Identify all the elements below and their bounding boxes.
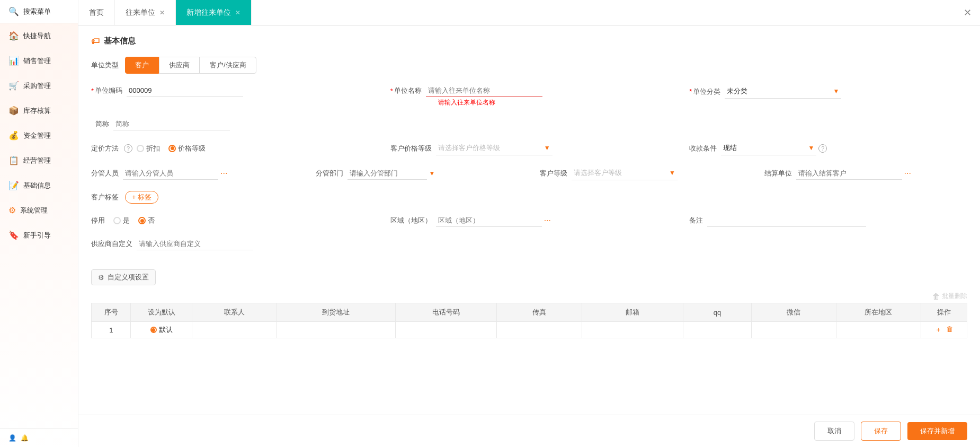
- sidebar-search[interactable]: 🔍 搜索菜单: [0, 0, 78, 23]
- manager-label: 分管人员: [91, 169, 119, 178]
- unit-type-group: 客户 供应商 客户/供应商: [125, 57, 256, 74]
- sidebar-item-quick-nav[interactable]: 🏠 快捷导航: [0, 23, 78, 48]
- disabled-no-radio[interactable]: [138, 217, 146, 224]
- cell-wechat[interactable]: [751, 322, 836, 338]
- settlement-unit-input[interactable]: [796, 167, 902, 180]
- tab-home[interactable]: 首页: [78, 0, 115, 25]
- finance-icon: 💰: [8, 130, 19, 141]
- form-area: 🏷 基本信息 单位类型 客户 供应商 客户/供应商 * 单位编码: [78, 25, 980, 415]
- unit-type-customer-btn[interactable]: 客户: [125, 57, 159, 74]
- batch-delete-area: 🗑 批量删除: [91, 292, 967, 301]
- payment-terms-label: 收款条件: [689, 144, 717, 153]
- pricing-discount-radio[interactable]: [137, 145, 144, 152]
- region-label: 区域（地区）: [390, 216, 432, 225]
- tab-new-partner[interactable]: 新增往来单位 ✕: [176, 0, 252, 25]
- cancel-button[interactable]: 取消: [814, 422, 854, 441]
- cell-contact[interactable]: [192, 322, 277, 338]
- sidebar-item-guide[interactable]: 🔖 新手引导: [0, 223, 78, 248]
- unit-name-input[interactable]: [426, 84, 542, 97]
- pricing-discount-label: 折扣: [146, 144, 160, 153]
- pricing-discount-option[interactable]: 折扣: [137, 144, 160, 153]
- settlement-unit-more-icon[interactable]: ···: [904, 169, 911, 178]
- col-fax: 传真: [497, 303, 582, 322]
- disabled-yes-radio[interactable]: [113, 217, 121, 224]
- tab-home-label: 首页: [89, 8, 104, 17]
- unit-category-required: *: [689, 87, 692, 95]
- cell-row-region[interactable]: [836, 322, 921, 338]
- pricing-method-label: 定价方法: [91, 144, 119, 153]
- operation-icon: 📋: [8, 155, 19, 165]
- sidebar-item-basic[interactable]: 📝 基础信息: [0, 173, 78, 198]
- cell-row-actions: ＋ 🗑: [921, 322, 967, 338]
- row-delete-icon[interactable]: 🗑: [946, 325, 953, 335]
- cell-qq[interactable]: [683, 322, 751, 338]
- close-all-tabs-button[interactable]: ✕: [955, 7, 980, 19]
- sidebar-item-system[interactable]: ⚙ 系统管理: [0, 198, 78, 223]
- unit-category-field: * 单位分类 未分类 ▼: [689, 84, 967, 99]
- unit-type-field: 单位类型 客户 供应商 客户/供应商: [91, 57, 256, 74]
- region-input[interactable]: [436, 214, 542, 227]
- short-name-label: 简称: [95, 119, 109, 129]
- section-title-label: 基本信息: [104, 36, 136, 46]
- disabled-yes-label: 是: [123, 216, 130, 225]
- section-title-basic: 🏷 基本信息: [91, 36, 967, 46]
- customer-tag-label: 客户标签: [91, 192, 119, 202]
- cell-fax[interactable]: [497, 322, 582, 338]
- pricing-method-field: 定价方法 ? 折扣 价格等级: [91, 144, 369, 153]
- cell-address[interactable]: [277, 322, 395, 338]
- sidebar-item-sales[interactable]: 📊 销售管理: [0, 48, 78, 73]
- payment-terms-help-icon[interactable]: ?: [818, 144, 827, 153]
- customer-price-level-select[interactable]: 请选择客户价格等级 ▼: [436, 141, 553, 155]
- save-button[interactable]: 保存: [861, 422, 901, 441]
- custom-settings-label: 自定义项设置: [108, 273, 149, 282]
- short-name-input[interactable]: [113, 118, 230, 130]
- sidebar-label-sales: 销售管理: [23, 56, 51, 66]
- sidebar-item-operation[interactable]: 📋 经营管理: [0, 148, 78, 173]
- unit-category-select[interactable]: 未分类 ▼: [725, 84, 841, 99]
- cell-default: 默认: [131, 322, 192, 338]
- cell-phone[interactable]: [395, 322, 497, 338]
- sidebar-item-purchase[interactable]: 🛒 采购管理: [0, 73, 78, 98]
- col-wechat: 微信: [751, 303, 836, 322]
- section-icon: 🏷: [91, 37, 100, 46]
- unit-code-input[interactable]: [127, 84, 243, 97]
- department-field: 分管部门 ▼: [316, 167, 519, 180]
- sidebar-label-basic: 基础信息: [23, 181, 51, 190]
- sales-icon: 📊: [8, 56, 19, 66]
- payment-terms-select[interactable]: 现结 ▼: [721, 141, 816, 155]
- manager-more-icon[interactable]: ···: [220, 169, 227, 178]
- add-tag-button[interactable]: + 标签: [125, 191, 158, 204]
- disabled-no-option[interactable]: 否: [138, 216, 155, 225]
- purchase-icon: 🛒: [8, 81, 19, 91]
- manager-input[interactable]: [123, 167, 218, 180]
- col-contact: 联系人: [192, 303, 277, 322]
- save-new-button[interactable]: 保存并新增: [907, 422, 967, 440]
- pricing-method-help-icon[interactable]: ?: [124, 144, 132, 153]
- sidebar-item-inventory[interactable]: 📦 库存核算: [0, 98, 78, 123]
- pricing-level-radio[interactable]: [168, 145, 176, 152]
- department-label: 分管部门: [316, 169, 343, 178]
- department-input[interactable]: [348, 167, 427, 180]
- tab-partners-close[interactable]: ✕: [159, 9, 165, 16]
- tab-partners[interactable]: 往来单位 ✕: [115, 0, 176, 25]
- disabled-label: 停用: [91, 216, 105, 225]
- disabled-yes-option[interactable]: 是: [113, 216, 130, 225]
- pricing-level-option[interactable]: 价格等级: [168, 144, 206, 153]
- tab-new-partner-close[interactable]: ✕: [235, 9, 240, 16]
- remark-input[interactable]: [707, 214, 866, 227]
- unit-type-both-btn[interactable]: 客户/供应商: [200, 57, 256, 74]
- customer-level-label: 客户等级: [540, 169, 567, 178]
- customer-level-select[interactable]: 请选择客户等级 ▼: [572, 166, 678, 180]
- sidebar-label-quick-nav: 快捷导航: [23, 31, 51, 41]
- supplier-custom-input[interactable]: [137, 238, 253, 250]
- batch-delete-label[interactable]: 批量删除: [942, 292, 967, 301]
- custom-settings-button[interactable]: ⚙ 自定义项设置: [91, 269, 156, 285]
- row-add-icon[interactable]: ＋: [935, 325, 942, 335]
- sidebar-item-finance[interactable]: 💰 资金管理: [0, 123, 78, 148]
- home-icon: 🏠: [8, 31, 19, 41]
- region-more-icon[interactable]: ···: [544, 216, 551, 225]
- default-radio[interactable]: [150, 327, 157, 333]
- unit-type-label: 单位类型: [91, 60, 119, 70]
- unit-type-supplier-btn[interactable]: 供应商: [159, 57, 200, 74]
- cell-email[interactable]: [582, 322, 683, 338]
